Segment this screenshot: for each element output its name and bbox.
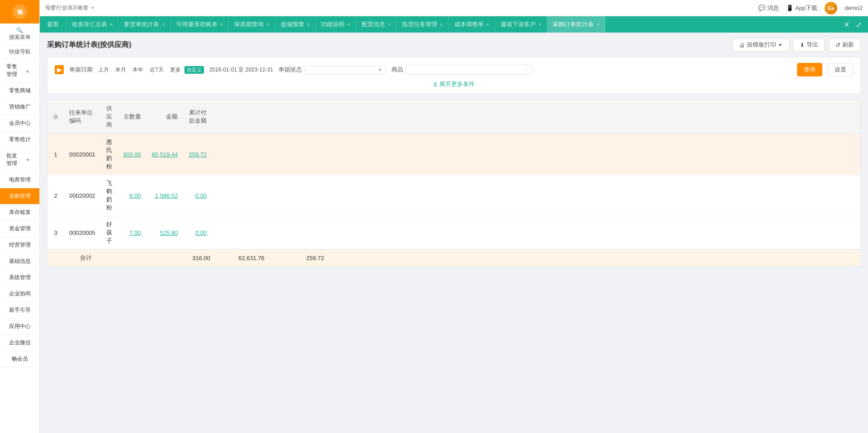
phone-icon: 📱	[786, 5, 793, 11]
tab-expand-btn[interactable]: ⤢	[853, 19, 864, 31]
tab-keyongliku[interactable]: 可用量库存账本 ×	[171, 16, 229, 33]
sidebar-item-marketing[interactable]: 营销推广	[0, 99, 39, 115]
tab-caigou[interactable]: 采购订单统计表 ×	[547, 16, 605, 33]
paid-link[interactable]: 0.00	[195, 192, 207, 199]
expand-more-btn[interactable]: ⊻ 展开更多条件	[433, 80, 475, 88]
settings-button[interactable]: 设置	[828, 63, 853, 76]
nav-tabs: 首页 收发存汇总表 × 要货单统计表 × 可用量库存账本 × 保质期查询 × 超…	[40, 16, 868, 33]
col-settings: ⚙	[47, 100, 64, 134]
breadcrumb: 母婴行业演示账套 ▼	[45, 4, 95, 12]
tab-yaohuo[interactable]: 要货单统计表 ×	[118, 16, 170, 33]
tab-chengben[interactable]: 成本调整单 ×	[449, 16, 495, 33]
message-label: 消息	[767, 4, 779, 12]
sidebar-item-operations[interactable]: 经营管理	[0, 237, 39, 253]
query-button[interactable]: 查询	[797, 63, 822, 76]
row-amount: 60,519.44	[146, 134, 184, 175]
quick-nav[interactable]: 快捷导航	[0, 45, 39, 59]
export-button[interactable]: ⬇ 导出	[793, 38, 825, 52]
date-range-text: 2016-01-01 至 2023-12-31	[209, 66, 273, 74]
tab-close-icon[interactable]: ×	[266, 22, 269, 27]
tab-yaoqing[interactable]: 邀请下游客户 ×	[495, 16, 547, 33]
sidebar-item-label: 零售管理	[4, 63, 20, 78]
tab-close-icon[interactable]: ×	[596, 22, 599, 27]
settings-icon[interactable]: ⚙	[53, 114, 58, 120]
tab-close-icon[interactable]: ×	[307, 22, 310, 27]
sidebar-item-purchase[interactable]: 采购管理	[0, 188, 39, 205]
footer-qty: 316.00	[161, 255, 216, 262]
sidebar-item-newguide[interactable]: 新手引导	[0, 302, 39, 319]
tab-label: 要货单统计表	[124, 20, 159, 29]
paid-link[interactable]: 259.72	[189, 151, 207, 158]
goods-select[interactable]: ···	[406, 65, 533, 75]
date-shortcuts: 上月 本月 本年 近7天 更多 自定义	[95, 65, 204, 75]
tab-shoufaahui[interactable]: 收发存汇总表 ×	[66, 16, 118, 33]
tab-close-all-btn[interactable]: ✕	[841, 19, 852, 31]
qty-link[interactable]: 6.00	[129, 192, 141, 199]
tab-close-icon[interactable]: ×	[110, 22, 113, 27]
sidebar-item-inventory[interactable]: 库存核算	[0, 205, 39, 221]
tab-baozhi[interactable]: 保质期查询 ×	[229, 16, 275, 33]
sidebar-item-retail-mall[interactable]: 零售商城	[0, 83, 39, 99]
sidebar-item-vip[interactable]: 畅会员	[0, 351, 39, 367]
table-row: 3 00020005 好孩子 7.00 525.80 0.00	[47, 216, 860, 249]
amount-link[interactable]: 1,586.52	[155, 192, 178, 199]
filter-expand-row: ⊻ 展开更多条件	[55, 80, 853, 88]
date-shortcut-more[interactable]: 更多	[167, 65, 184, 75]
filter-toggle-btn[interactable]: ▶	[55, 65, 64, 74]
sidebar-item-basics[interactable]: 基础信息	[0, 253, 39, 270]
more-icon[interactable]: ···	[524, 67, 528, 73]
row-paid: 0.00	[183, 216, 212, 249]
sidebar-item-member-center[interactable]: 会员中心	[0, 115, 39, 132]
user-avatar[interactable]: Ea	[825, 2, 837, 14]
date-shortcut-7days[interactable]: 近7天	[147, 65, 166, 75]
sidebar-item-enterprise[interactable]: 企业协同	[0, 286, 39, 302]
row-code: 00020001	[64, 134, 101, 175]
date-custom-badge[interactable]: 自定义	[184, 66, 204, 74]
sidebar-item-system[interactable]: 系统管理	[0, 270, 39, 286]
table-row: 1 00020001 惠氏奶粉 303.00 60,519.44 259.72	[47, 134, 860, 175]
qty-link[interactable]: 7.00	[129, 229, 141, 236]
tab-label: 保质期查询	[234, 20, 264, 29]
print-button[interactable]: 🖨 按模板打印 ▼	[732, 38, 789, 52]
sidebar-item-ecommerce[interactable]: 电商管理	[0, 172, 39, 188]
tab-close-icon[interactable]: ×	[347, 22, 350, 27]
footer-label: 合计	[53, 254, 161, 262]
sidebar-item-label: 系统管理	[4, 274, 36, 281]
search-menu[interactable]: 🔍 搜索菜单	[0, 24, 39, 45]
date-shortcut-this-year[interactable]: 本年	[130, 65, 146, 75]
refresh-button[interactable]: ↺ 刷新	[829, 38, 861, 52]
tab-peizhi[interactable]: 配置信息 ×	[356, 16, 396, 33]
sidebar-item-retail-stats[interactable]: 零售统计	[0, 132, 39, 148]
status-select[interactable]: ▼	[305, 66, 386, 74]
sidebar-item-finance[interactable]: 资金管理	[0, 221, 39, 237]
date-shortcut-last-month[interactable]: 上月	[95, 65, 112, 75]
sidebar-item-retail-management[interactable]: 零售管理 ▲	[0, 59, 39, 83]
tab-gongneng[interactable]: 功能说明 ×	[316, 16, 356, 33]
main-area: 母婴行业演示账套 ▼ 💬 消息 📱 App下载 Ea demo2 首页 收发存汇…	[40, 0, 868, 433]
sidebar-item-wechat[interactable]: 企业微信	[0, 335, 39, 351]
row-qty: 303.00	[118, 134, 146, 175]
tab-close-icon[interactable]: ×	[388, 22, 391, 27]
paid-link[interactable]: 0.00	[195, 229, 207, 236]
amount-link[interactable]: 525.80	[160, 229, 178, 236]
tab-home[interactable]: 首页	[40, 16, 66, 33]
tab-chaochuyujing[interactable]: 超储预警 ×	[275, 16, 316, 33]
app-download-btn[interactable]: 📱 App下载	[786, 4, 817, 12]
tab-close-icon[interactable]: ×	[220, 22, 223, 27]
qty-link[interactable]: 303.00	[123, 151, 141, 158]
col-supplier-header: 供应商	[101, 100, 118, 134]
tab-tuohuo[interactable]: 拣货任务管理 ×	[396, 16, 448, 33]
row-supplier: 飞鹤奶粉	[101, 175, 118, 216]
username: demo2	[844, 5, 863, 11]
tab-close-icon[interactable]: ×	[440, 22, 443, 27]
tab-close-icon[interactable]: ×	[538, 22, 541, 27]
amount-link[interactable]: 60,519.44	[152, 151, 178, 158]
tab-close-icon[interactable]: ×	[162, 22, 165, 27]
goods-label: 商品	[392, 66, 403, 74]
message-btn[interactable]: 💬 消息	[758, 4, 779, 12]
date-shortcut-this-month[interactable]: 本月	[113, 65, 129, 75]
sidebar-item-appcenter[interactable]: 应用中心	[0, 319, 39, 335]
tab-close-icon[interactable]: ×	[486, 22, 489, 27]
filter-date-range: 2016-01-01 至 2023-12-31	[209, 66, 273, 74]
sidebar-item-wholesale[interactable]: 批发管理 ▼	[0, 148, 39, 172]
